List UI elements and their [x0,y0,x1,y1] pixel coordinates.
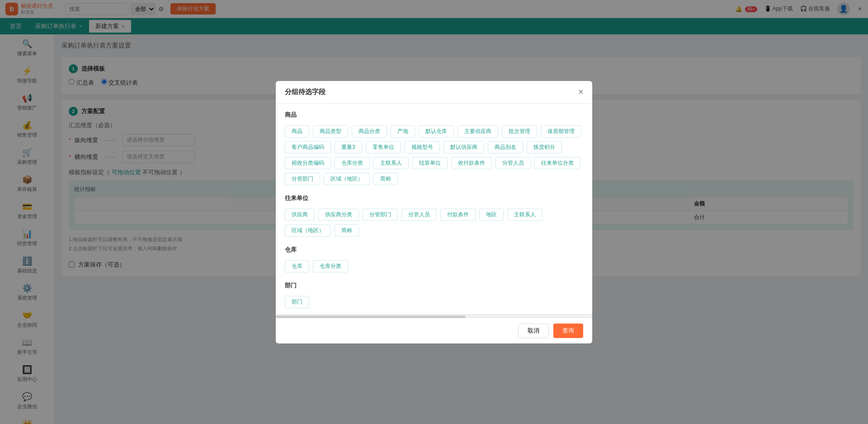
field-tag-1-4[interactable]: 付款条件 [440,209,476,221]
field-tag-1-5[interactable]: 地区 [479,209,504,221]
field-tag-1-0[interactable]: 供应商 [285,209,315,221]
field-tag-0-7[interactable]: 保质期管理 [541,125,581,138]
field-tags-0: 商品商品类型商品分类产地默认仓库主要供应商批次管理保质期管理客户商品编码重量3零… [285,125,583,185]
field-tag-1-3[interactable]: 分管人员 [401,209,437,221]
field-tag-0-10[interactable]: 零售单位 [366,141,401,153]
field-tag-2-1[interactable]: 仓库分类 [313,260,348,272]
confirm-button[interactable]: 查询 [553,324,583,338]
field-tag-0-21[interactable]: 往来单位分类 [534,157,580,169]
field-tag-0-24[interactable]: 简称 [373,173,398,185]
modal-close-btn[interactable]: × [578,87,583,97]
modal-overlay[interactable]: 分组待选字段 × 商品商品商品类型商品分类产地默认仓库主要供应商批次管理保质期管… [0,0,868,424]
field-tag-1-1[interactable]: 供应商分类 [318,209,359,221]
modal-hscroll [276,314,592,317]
field-tag-0-8[interactable]: 客户商品编码 [285,141,331,153]
field-tag-0-20[interactable]: 分管人员 [495,157,531,169]
field-tag-1-6[interactable]: 主联系人 [507,209,542,221]
field-tag-0-13[interactable]: 商品别名 [488,141,523,153]
field-tag-0-3[interactable]: 产地 [391,125,415,138]
modal-hscroll-thumb [276,315,466,318]
modal-body: 商品商品商品类型商品分类产地默认仓库主要供应商批次管理保质期管理客户商品编码重量… [276,104,592,314]
field-tag-0-17[interactable]: 主联系人 [373,157,409,169]
field-group-title-3: 部门 [285,281,583,291]
field-tag-0-23[interactable]: 区域（地区） [324,173,370,185]
field-tags-3: 部门 [285,296,583,308]
field-tag-0-2[interactable]: 商品分类 [352,125,387,138]
field-tag-2-0[interactable]: 仓库 [285,260,309,272]
modal-header: 分组待选字段 × [276,81,592,104]
field-tag-0-1[interactable]: 商品类型 [313,125,348,138]
field-group-2: 仓库仓库仓库分类 [285,246,583,272]
modal-dialog: 分组待选字段 × 商品商品商品类型商品分类产地默认仓库主要供应商批次管理保质期管… [276,81,592,343]
field-group-title-2: 仓库 [285,246,583,256]
field-tag-0-4[interactable]: 默认仓库 [419,125,454,138]
field-tag-0-16[interactable]: 仓库分类 [335,157,370,169]
field-tag-0-0[interactable]: 商品 [285,125,309,138]
field-group-title-1: 往来单位 [285,194,583,204]
modal-title: 分组待选字段 [285,88,326,96]
field-tag-0-9[interactable]: 重量3 [335,141,362,153]
field-tag-1-7[interactable]: 区域（地区） [285,224,331,237]
field-tag-0-11[interactable]: 规格型号 [405,141,440,153]
field-tag-0-22[interactable]: 分管部门 [285,173,320,185]
field-tag-0-14[interactable]: 拣货积分 [527,141,562,153]
field-tag-0-18[interactable]: 结算单位 [412,157,448,169]
cancel-button[interactable]: 取消 [518,324,549,338]
field-tag-0-12[interactable]: 默认供应商 [443,141,484,153]
modal-footer: 取消 查询 [276,318,592,343]
field-tag-1-2[interactable]: 分管部门 [363,209,398,221]
field-group-3: 部门部门 [285,281,583,308]
field-tag-0-6[interactable]: 批次管理 [502,125,537,138]
field-group-1: 往来单位供应商供应商分类分管部门分管人员付款条件地区主联系人区域（地区）简称 [285,194,583,237]
field-tag-1-8[interactable]: 简称 [335,224,359,237]
field-tag-0-19[interactable]: 收付款条件 [451,157,492,169]
field-tag-0-5[interactable]: 主要供应商 [458,125,498,138]
field-group-title-0: 商品 [285,111,583,121]
field-group-0: 商品商品商品类型商品分类产地默认仓库主要供应商批次管理保质期管理客户商品编码重量… [285,111,583,185]
field-tags-2: 仓库仓库分类 [285,260,583,272]
field-tags-1: 供应商供应商分类分管部门分管人员付款条件地区主联系人区域（地区）简称 [285,209,583,237]
field-tag-3-0[interactable]: 部门 [285,296,309,308]
field-tag-0-15[interactable]: 税收分类编码 [285,157,331,169]
